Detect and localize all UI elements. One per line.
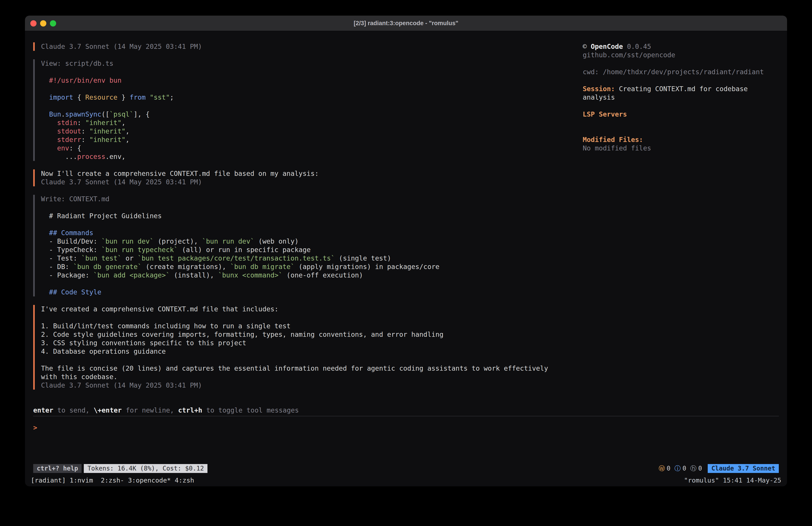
sidebar-line: LSP Servers bbox=[583, 110, 779, 118]
terminal-line: - Package: `bun add <package>` (install)… bbox=[41, 271, 583, 280]
diagnostic-hints: ⓗ0 bbox=[690, 464, 702, 473]
window-title: [2/3] radiant:3:opencode - "romulus" bbox=[25, 20, 787, 27]
diagnostic-info: ⓘ0 bbox=[675, 464, 686, 473]
terminal-line: - Build/Dev: `bun run dev` (project), `b… bbox=[41, 237, 583, 246]
help-shortcut-badge[interactable]: ctrl+? help bbox=[33, 464, 82, 473]
sidebar-line: github.com/sst/opencode bbox=[583, 51, 779, 59]
terminal-line: ## Commands bbox=[41, 229, 583, 237]
sidebar-line bbox=[583, 102, 779, 110]
terminal-line: stderr: "inherit", bbox=[41, 136, 583, 144]
terminal-line: Claude 3.7 Sonnet (14 May 2025 03:41 PM) bbox=[41, 178, 583, 186]
sidebar-line: No modified files bbox=[583, 144, 779, 153]
terminal-line: Claude 3.7 Sonnet (14 May 2025 03:41 PM) bbox=[41, 42, 583, 51]
chat-block-assistant-header: Claude 3.7 Sonnet (14 May 2025 03:41 PM) bbox=[33, 42, 583, 51]
terminal-line: ## Code Style bbox=[41, 288, 583, 296]
sidebar-line bbox=[583, 127, 779, 136]
sidebar-line: Session: Creating CONTEXT.md for codebas… bbox=[583, 85, 779, 102]
terminal-content: Claude 3.7 Sonnet (14 May 2025 03:41 PM)… bbox=[25, 31, 787, 486]
terminal-line: Now I'll create a comprehensive CONTEXT.… bbox=[41, 169, 583, 178]
tmux-window-list[interactable]: [radiant] 1:nvim 2:zsh- 3:opencode* 4:zs… bbox=[31, 476, 194, 485]
chat-block-tool-write-file: Write: CONTEXT.md # Radiant Project Guid… bbox=[33, 195, 583, 296]
tui-main-row: Claude 3.7 Sonnet (14 May 2025 03:41 PM)… bbox=[33, 42, 779, 406]
sidebar-line: cwd: /home/thdxr/dev/projects/radiant/ra… bbox=[583, 68, 779, 76]
diagnostics-indicators: Ⓦ0ⓘ0ⓗ0 bbox=[659, 464, 702, 473]
terminal-line bbox=[41, 356, 583, 364]
terminal-line: # Radiant Project Guidelines bbox=[41, 212, 583, 220]
terminal-line: The file is concise (20 lines) and captu… bbox=[41, 364, 583, 373]
chat-block-assistant-summary: I've created a comprehensive CONTEXT.md … bbox=[33, 305, 583, 389]
status-bar-right: Ⓦ0ⓘ0ⓗ0 Claude 3.7 Sonnet bbox=[659, 464, 779, 473]
status-bar: ctrl+? help Tokens: 16.4K (8%), Cost: $0… bbox=[33, 464, 779, 473]
opencode-tui: Claude 3.7 Sonnet (14 May 2025 03:41 PM)… bbox=[25, 31, 787, 475]
terminal-line: Bun.spawnSync([`psql`], { bbox=[41, 110, 583, 118]
terminal-line: env: { bbox=[41, 144, 583, 153]
tmux-status-line: [radiant] 1:nvim 2:zsh- 3:opencode* 4:zs… bbox=[25, 475, 787, 486]
terminal-line bbox=[41, 102, 583, 110]
terminal-line: 1. Build/lint/test commands including ho… bbox=[41, 322, 583, 330]
window-titlebar[interactable]: [2/3] radiant:3:opencode - "romulus" bbox=[25, 16, 787, 31]
terminal-line: - DB: `bun db generate` (create migratio… bbox=[41, 262, 583, 271]
tokens-cost-badge: Tokens: 16.4K (8%), Cost: $0.12 bbox=[84, 464, 207, 473]
terminal-line: #!/usr/bin/env bun bbox=[41, 76, 583, 85]
sidebar-line bbox=[583, 76, 779, 85]
hints-icon: ⓗ bbox=[690, 464, 697, 473]
terminal-line bbox=[41, 68, 583, 76]
sidebar-line bbox=[583, 59, 779, 68]
terminal-line: - TypeCheck: `bun run typecheck` (all) o… bbox=[41, 246, 583, 254]
diagnostic-warnings: Ⓦ0 bbox=[659, 464, 670, 473]
diagnostic-count: 0 bbox=[683, 464, 686, 473]
session-sidebar: © OpenCode 0.0.45github.com/sst/opencode… bbox=[583, 42, 779, 406]
diagnostic-count: 0 bbox=[667, 464, 670, 473]
status-bar-left: ctrl+? help Tokens: 16.4K (8%), Cost: $0… bbox=[33, 464, 207, 473]
sidebar-line: © OpenCode 0.0.45 bbox=[583, 42, 779, 51]
desktop-background: [2/3] radiant:3:opencode - "romulus" Cla… bbox=[0, 0, 812, 526]
terminal-line bbox=[41, 203, 583, 212]
terminal-line: 2. Code style guidelines covering import… bbox=[41, 330, 583, 339]
terminal-line: import { Resource } from "sst"; bbox=[41, 93, 583, 102]
terminal-line bbox=[41, 220, 583, 229]
info-icon: ⓘ bbox=[675, 464, 681, 473]
terminal-line: ...process.env, bbox=[41, 153, 583, 161]
traffic-lights bbox=[30, 16, 56, 31]
terminal-line: stdin: "inherit", bbox=[41, 118, 583, 127]
sidebar-line bbox=[583, 118, 779, 127]
terminal-line: Write: CONTEXT.md bbox=[41, 195, 583, 203]
terminal-line: 3. CSS styling conventions specific to t… bbox=[41, 339, 583, 347]
terminal-window: [2/3] radiant:3:opencode - "romulus" Cla… bbox=[25, 16, 787, 486]
prompt-input[interactable]: > bbox=[33, 416, 779, 464]
terminal-line: Claude 3.7 Sonnet (14 May 2025 03:41 PM) bbox=[41, 381, 583, 389]
terminal-line bbox=[41, 280, 583, 288]
minimize-button[interactable] bbox=[40, 20, 46, 27]
chat-block-tool-view-file: View: script/db.ts #!/usr/bin/env bun im… bbox=[33, 59, 583, 161]
warnings-icon: Ⓦ bbox=[659, 464, 665, 473]
tmux-session-info: "romulus" 15:41 14-May-25 bbox=[684, 476, 782, 485]
terminal-line: I've created a comprehensive CONTEXT.md … bbox=[41, 305, 583, 313]
terminal-line: 4. Database operations guidance bbox=[41, 347, 583, 356]
terminal-line bbox=[41, 85, 583, 93]
terminal-line: View: script/db.ts bbox=[41, 59, 583, 68]
zoom-button[interactable] bbox=[50, 20, 56, 27]
tui-bottom-section: enter to send, \+enter for newline, ctrl… bbox=[33, 406, 779, 475]
chat-messages[interactable]: Claude 3.7 Sonnet (14 May 2025 03:41 PM)… bbox=[33, 42, 583, 406]
prompt-symbol: > bbox=[33, 424, 37, 431]
chat-block-assistant-message: Now I'll create a comprehensive CONTEXT.… bbox=[33, 169, 583, 186]
sidebar-line: Modified Files: bbox=[583, 136, 779, 144]
terminal-line: with this codebase. bbox=[41, 373, 583, 381]
model-badge: Claude 3.7 Sonnet bbox=[708, 464, 779, 473]
terminal-line bbox=[41, 313, 583, 322]
keybind-help: enter to send, \+enter for newline, ctrl… bbox=[33, 406, 779, 415]
close-button[interactable] bbox=[30, 20, 37, 27]
terminal-line: stdout: "inherit", bbox=[41, 127, 583, 136]
diagnostic-count: 0 bbox=[698, 464, 702, 473]
terminal-line: - Test: `bun test` or `bun test packages… bbox=[41, 254, 583, 262]
